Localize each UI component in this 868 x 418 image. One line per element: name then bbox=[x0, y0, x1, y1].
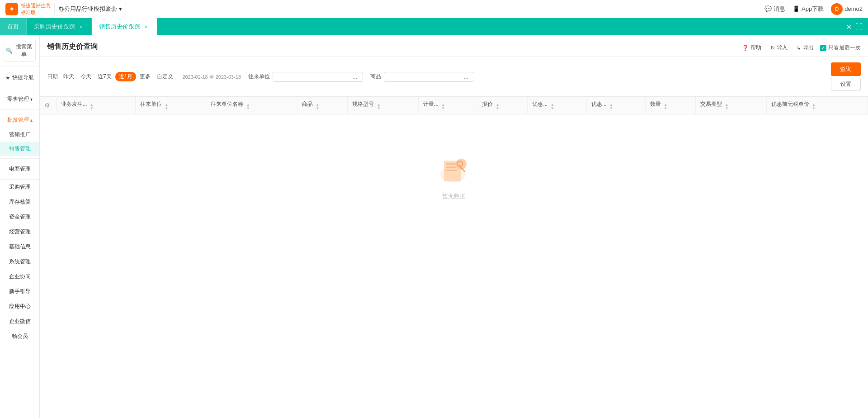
tab-bar-right: ✕ ⛶ bbox=[846, 23, 868, 31]
th-biz-date[interactable]: 业务发生... ▲▼ bbox=[56, 97, 135, 114]
export-btn[interactable]: ↳ 导出 bbox=[794, 43, 816, 53]
th-goods[interactable]: 商品 ▲▼ bbox=[297, 97, 347, 114]
main-layout: 🔍 搜索菜单 ★ 快捷导航 零售管理 ▾ 批发管理 ▴ 营销推广 bbox=[0, 35, 868, 418]
help-icon: ❓ bbox=[742, 45, 749, 51]
th-partner-name[interactable]: 往来单位名称 ▲▼ bbox=[206, 97, 297, 114]
th-discount2[interactable]: 优惠... ▲▼ bbox=[586, 97, 645, 114]
date-btn-yesterday[interactable]: 昨天 bbox=[61, 72, 77, 81]
goods-filter-group: 商品 ... bbox=[370, 72, 474, 82]
retail-label: 零售管理 bbox=[7, 95, 29, 103]
th-pre-tax-price[interactable]: 优惠前无税单价 ▲▼ bbox=[766, 97, 868, 114]
sidebar-ecommerce-section: 电商管理 bbox=[0, 159, 39, 180]
export-label: 导出 bbox=[803, 44, 814, 52]
query-button[interactable]: 查询 bbox=[831, 62, 861, 76]
th-quote[interactable]: 报价 ▲▼ bbox=[477, 97, 528, 114]
avatar-text: D bbox=[835, 6, 839, 12]
date-btn-1month[interactable]: 近1月 bbox=[115, 72, 137, 81]
th-gear: ⚙ bbox=[40, 97, 56, 114]
sidebar-item-guide[interactable]: 新手引导 bbox=[0, 284, 39, 299]
sidebar-shortcut-item[interactable]: ★ 快捷导航 bbox=[0, 70, 39, 85]
th-goods-label: 商品 bbox=[302, 101, 313, 107]
th-partner-code[interactable]: 往来单位 ▲▼ bbox=[135, 97, 206, 114]
app-download-btn[interactable]: 📱 App下载 bbox=[793, 5, 824, 13]
sidebar-item-purchase[interactable]: 采购管理 bbox=[0, 180, 39, 195]
th-qty-label: 数量 bbox=[650, 101, 661, 107]
sidebar-item-sales[interactable]: 销售管理 bbox=[0, 142, 39, 156]
sort-arrows-qty: ▲▼ bbox=[664, 103, 667, 110]
date-btn-more[interactable]: 更多 bbox=[137, 72, 153, 81]
sidebar-item-member[interactable]: 畅会员 bbox=[0, 329, 39, 344]
table-body: 暂无数据 bbox=[40, 114, 868, 237]
tab-home[interactable]: 首页 bbox=[0, 18, 27, 35]
sidebar-item-system[interactable]: 系统管理 bbox=[0, 254, 39, 269]
date-btn-custom[interactable]: 自定义 bbox=[154, 72, 176, 81]
tab-close-all-btn[interactable]: ✕ bbox=[846, 23, 852, 31]
sort-arrows-trade-type: ▲▼ bbox=[725, 103, 729, 110]
sidebar-item-operations[interactable]: 经营管理 bbox=[0, 224, 39, 239]
tab-maximize-btn[interactable]: ⛶ bbox=[855, 23, 863, 31]
only-last-checkbox-label[interactable]: 只看最后一次 bbox=[820, 44, 861, 52]
th-quote-label: 报价 bbox=[482, 101, 493, 107]
th-partner-name-label: 往来单位名称 bbox=[211, 101, 243, 107]
sidebar-item-basic[interactable]: 基础信息 bbox=[0, 239, 39, 254]
tab-purchase-history[interactable]: 采购历史价跟踪 ✕ bbox=[27, 18, 92, 35]
app-selector[interactable]: 办公用品行业模拟账套 ▾ bbox=[54, 3, 126, 15]
sidebar-item-marketing[interactable]: 营销推广 bbox=[0, 128, 39, 142]
partner-input-dots[interactable]: ... bbox=[351, 74, 359, 80]
sidebar-item-ecommerce[interactable]: 电商管理 bbox=[0, 162, 39, 176]
message-icon: 💬 bbox=[764, 5, 772, 12]
purchase-label: 采购管理 bbox=[9, 183, 31, 191]
chevron-down-icon: ▾ bbox=[119, 5, 122, 12]
settings-button[interactable]: 设置 bbox=[831, 78, 861, 91]
svg-rect-4 bbox=[446, 170, 457, 171]
partner-filter-input[interactable]: ... bbox=[273, 72, 363, 82]
help-label: 帮助 bbox=[750, 44, 761, 52]
th-spec[interactable]: 规格型号 ▲▼ bbox=[348, 97, 419, 114]
th-discount2-label: 优惠... bbox=[591, 101, 607, 107]
cooperation-label: 企业协同 bbox=[9, 273, 31, 280]
goods-filter-input[interactable]: ... bbox=[384, 72, 474, 82]
search-menu-btn[interactable]: 🔍 搜索菜单 bbox=[4, 40, 36, 62]
content-area: 销售历史价查询 ❓ 帮助 ↻ 导入 ↳ 导出 bbox=[40, 35, 868, 418]
sort-arrows-discount2: ▲▼ bbox=[609, 103, 613, 110]
th-discount1[interactable]: 优惠... ▲▼ bbox=[528, 97, 586, 114]
sidebar-item-cooperation[interactable]: 企业协同 bbox=[0, 269, 39, 284]
date-filter-label: 日期 bbox=[47, 73, 58, 81]
sidebar-item-finance[interactable]: 资金管理 bbox=[0, 209, 39, 224]
help-btn[interactable]: ❓ 帮助 bbox=[739, 43, 764, 53]
import-btn[interactable]: ↻ 导入 bbox=[768, 43, 790, 53]
logo-area: ✦ 畅捷通好生意 标准版 bbox=[5, 2, 51, 15]
sales-tab-close[interactable]: ✕ bbox=[143, 24, 149, 30]
only-last-checkbox[interactable] bbox=[820, 45, 826, 51]
message-btn[interactable]: 💬 消息 bbox=[764, 5, 785, 13]
retail-arrow-icon: ▾ bbox=[30, 97, 33, 102]
date-filter-group: 日期 昨天 今天 近7天 近1月 更多 自定义 2023-02-18 至 202… bbox=[47, 72, 241, 81]
message-label: 消息 bbox=[774, 5, 785, 13]
sidebar-search-area: 🔍 搜索菜单 bbox=[0, 35, 39, 66]
goods-input-dots[interactable]: ... bbox=[462, 74, 470, 80]
sidebar: 🔍 搜索菜单 ★ 快捷导航 零售管理 ▾ 批发管理 ▴ 营销推广 bbox=[0, 35, 40, 418]
date-btn-today[interactable]: 今天 bbox=[78, 72, 94, 81]
sidebar-item-wholesale[interactable]: 批发管理 ▴ bbox=[0, 113, 39, 128]
search-icon: 🔍 bbox=[6, 48, 13, 54]
sidebar-item-retail[interactable]: 零售管理 ▾ bbox=[0, 92, 39, 107]
th-unit[interactable]: 计量... ▲▼ bbox=[418, 97, 477, 114]
th-trade-type[interactable]: 交易类型 ▲▼ bbox=[696, 97, 767, 114]
sidebar-item-wechat[interactable]: 企业微信 bbox=[0, 314, 39, 329]
search-menu-label: 搜索菜单 bbox=[14, 43, 33, 58]
sidebar-item-app-center[interactable]: 应用中心 bbox=[0, 299, 39, 314]
date-btn-7days[interactable]: 近7天 bbox=[95, 72, 114, 81]
logo-symbol: ✦ bbox=[9, 5, 14, 13]
table-settings-icon[interactable]: ⚙ bbox=[44, 102, 50, 109]
th-qty[interactable]: 数量 ▲▼ bbox=[645, 97, 695, 114]
sidebar-item-inventory[interactable]: 库存核算 bbox=[0, 195, 39, 209]
wechat-label: 企业微信 bbox=[9, 318, 31, 325]
user-menu[interactable]: D demo2 bbox=[831, 3, 863, 15]
purchase-tab-close[interactable]: ✕ bbox=[78, 24, 84, 30]
tab-sales-history[interactable]: 销售历史价跟踪 ✕ bbox=[92, 18, 157, 35]
sort-arrows-biz-date: ▲▼ bbox=[90, 103, 94, 110]
table-container: ⚙ 业务发生... ▲▼ 往来单位 ▲▼ 往来单位名称 ▲▼ bbox=[40, 97, 868, 418]
empty-state-row: 暂无数据 bbox=[40, 114, 868, 237]
star-icon: ★ bbox=[5, 75, 10, 81]
th-unit-label: 计量... bbox=[423, 101, 439, 107]
